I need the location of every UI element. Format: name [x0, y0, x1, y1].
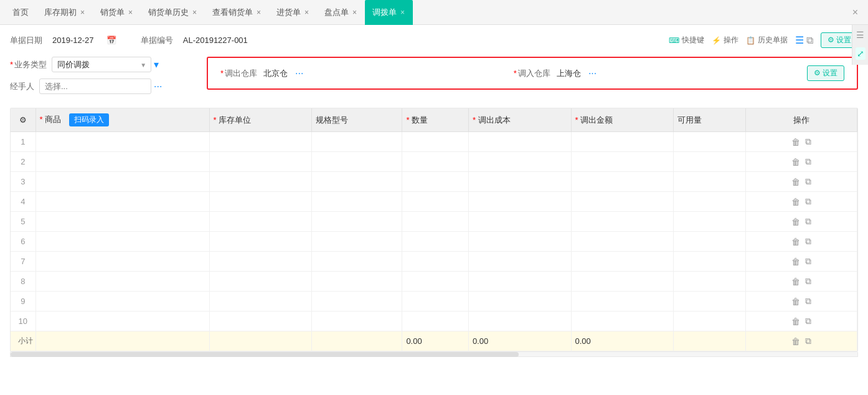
close-tab-transfer[interactable]: ×	[400, 8, 405, 17]
unit-cell[interactable]	[209, 292, 312, 312]
available-cell[interactable]	[674, 272, 746, 292]
unit-cell[interactable]	[209, 192, 312, 212]
window-close-button[interactable]: ×	[847, 4, 863, 21]
close-tab-sales-history[interactable]: ×	[192, 8, 197, 17]
cost-cell[interactable]	[468, 252, 571, 272]
spec-cell[interactable]	[312, 192, 402, 212]
delete-icon[interactable]: 🗑	[791, 257, 800, 267]
sidebar-icon-doc[interactable]: ☰	[856, 30, 864, 40]
product-cell[interactable]	[35, 132, 209, 152]
available-cell[interactable]	[674, 172, 746, 192]
business-type-more[interactable]: ▾	[154, 59, 159, 70]
amount-cell[interactable]	[571, 252, 674, 272]
close-tab-purchase-order[interactable]: ×	[304, 8, 309, 17]
unit-cell[interactable]	[209, 152, 312, 172]
amount-cell[interactable]	[571, 132, 674, 152]
amount-cell[interactable]	[571, 312, 674, 331]
product-cell[interactable]	[35, 172, 209, 192]
copy-icon[interactable]: ⧉	[805, 316, 811, 326]
amount-cell[interactable]	[571, 172, 674, 192]
col-gear[interactable]: ⚙	[11, 108, 35, 132]
tab-inventory-init[interactable]: 库存期初 ×	[37, 0, 93, 25]
quantity-cell[interactable]	[402, 312, 469, 331]
delete-icon[interactable]: 🗑	[791, 277, 800, 287]
operation-action[interactable]: ⚡ 操作	[712, 35, 738, 45]
close-tab-view-sales[interactable]: ×	[257, 8, 261, 17]
gear-icon[interactable]: ⚙	[19, 115, 27, 125]
amount-cell[interactable]	[571, 292, 674, 312]
spec-cell[interactable]	[312, 292, 402, 312]
quantity-cell[interactable]	[402, 212, 469, 232]
manager-input[interactable]	[39, 79, 151, 94]
spec-cell[interactable]	[312, 272, 402, 292]
tab-sales-order[interactable]: 销货单 ×	[93, 0, 141, 25]
unit-cell[interactable]	[209, 252, 312, 272]
tab-sales-history[interactable]: 销货单历史 ×	[141, 0, 205, 25]
product-cell[interactable]	[35, 212, 209, 232]
delete-icon[interactable]: 🗑	[791, 336, 800, 346]
product-cell[interactable]	[35, 152, 209, 172]
delete-icon[interactable]: 🗑	[791, 237, 800, 247]
spec-cell[interactable]	[312, 232, 402, 252]
doc-date-value[interactable]: 2019-12-27	[52, 36, 94, 45]
available-cell[interactable]	[674, 312, 746, 331]
delete-icon[interactable]: 🗑	[791, 177, 800, 187]
product-cell[interactable]	[35, 272, 209, 292]
quantity-cell[interactable]	[402, 192, 469, 212]
copy-icon[interactable]: ⧉	[805, 176, 811, 187]
tab-purchase-order[interactable]: 进货单 ×	[269, 0, 317, 25]
product-cell[interactable]	[35, 252, 209, 272]
transfer-out-more[interactable]: ···	[295, 68, 303, 79]
quantity-cell[interactable]	[402, 132, 469, 152]
copy-icon[interactable]: ⧉	[805, 276, 811, 287]
amount-cell[interactable]	[571, 192, 674, 212]
cost-cell[interactable]	[468, 212, 571, 232]
spec-cell[interactable]	[312, 312, 402, 331]
delete-icon[interactable]: 🗑	[791, 316, 800, 326]
available-cell[interactable]	[674, 252, 746, 272]
spec-cell[interactable]	[312, 172, 402, 192]
copy-icon[interactable]: ⧉	[805, 136, 811, 147]
spec-cell[interactable]	[312, 132, 402, 152]
spec-cell[interactable]	[312, 212, 402, 232]
quantity-cell[interactable]	[402, 232, 469, 252]
manager-more[interactable]: ···	[154, 81, 162, 92]
product-cell[interactable]	[35, 192, 209, 212]
transfer-in-value[interactable]: 上海仓	[557, 68, 581, 79]
copy-icon[interactable]: ⧉	[805, 296, 811, 307]
unit-cell[interactable]	[209, 212, 312, 232]
unit-cell[interactable]	[209, 132, 312, 152]
quantity-cell[interactable]	[402, 172, 469, 192]
cost-cell[interactable]	[468, 272, 571, 292]
product-cell[interactable]	[35, 312, 209, 331]
tab-view-sales[interactable]: 查看销货单 ×	[205, 0, 269, 25]
close-tab-sales-order[interactable]: ×	[128, 8, 133, 17]
cost-cell[interactable]	[468, 132, 571, 152]
cost-cell[interactable]	[468, 232, 571, 252]
available-cell[interactable]	[674, 152, 746, 172]
transfer-out-value[interactable]: 北京仓	[263, 68, 288, 79]
available-cell[interactable]	[674, 192, 746, 212]
close-tab-inventory-init[interactable]: ×	[80, 8, 85, 17]
tab-transfer[interactable]: 调拨单 ×	[365, 0, 413, 25]
cost-cell[interactable]	[468, 172, 571, 192]
copy-icon[interactable]: ⧉	[805, 236, 811, 247]
amount-cell[interactable]	[571, 152, 674, 172]
amount-cell[interactable]	[571, 272, 674, 292]
h-scrollbar-thumb[interactable]	[11, 352, 519, 357]
available-cell[interactable]	[674, 232, 746, 252]
history-action[interactable]: 📋 历史单据	[746, 35, 788, 45]
quantity-cell[interactable]	[402, 252, 469, 272]
product-cell[interactable]	[35, 232, 209, 252]
scan-button[interactable]: 扫码录入	[69, 113, 109, 126]
copy-icon[interactable]: ⧉	[805, 196, 811, 207]
tab-stocktake[interactable]: 盘点单 ×	[317, 0, 365, 25]
unit-cell[interactable]	[209, 232, 312, 252]
unit-cell[interactable]	[209, 272, 312, 292]
cost-cell[interactable]	[468, 312, 571, 331]
delete-icon[interactable]: 🗑	[791, 197, 800, 207]
quantity-cell[interactable]	[402, 292, 469, 312]
h-scrollbar[interactable]	[10, 352, 858, 357]
warehouse-settings-button[interactable]: ⚙ 设置	[807, 65, 844, 81]
copy-icon[interactable]: ⧉	[805, 216, 811, 227]
